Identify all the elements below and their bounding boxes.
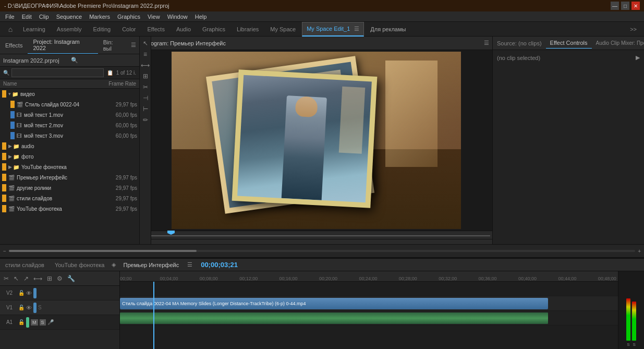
workspace-more-button[interactable]: >> <box>627 26 640 32</box>
menu-sequence[interactable]: Sequence <box>53 13 86 21</box>
folder-arrow-icon: ▶ <box>8 154 12 159</box>
project-list-icon[interactable]: 📋 <box>106 69 114 77</box>
workspace-tab-learning[interactable]: Learning <box>18 22 51 37</box>
ruler-mark: 00;04;00 <box>160 276 178 281</box>
workspace-tab-graphics[interactable]: Graphics <box>197 22 230 37</box>
home-icon[interactable]: ⌂ <box>4 23 17 35</box>
selection-tool[interactable]: ↖ <box>12 274 20 283</box>
track-source-v1[interactable]: S <box>38 305 42 310</box>
slide-tool[interactable]: ⊢ <box>141 104 150 114</box>
tab-effects[interactable]: Effects <box>0 40 28 51</box>
tab-audio-mixer[interactable]: Audio Clip Mixer: Премьер Интерфе... <box>592 38 644 48</box>
track-color-a1 <box>26 317 29 328</box>
list-item[interactable]: 🎬 Стиль слайда 0022-04 29,97 fps <box>0 99 139 110</box>
expand-arrow-icon[interactable]: ▶ <box>636 54 640 61</box>
arrow-tool[interactable]: ↖ <box>141 39 150 48</box>
workspace-tab-color[interactable]: Color <box>117 22 141 37</box>
rate-stretch[interactable]: ⊞ <box>141 71 150 81</box>
slip-tool[interactable]: ⊣ <box>141 93 150 103</box>
menu-help[interactable]: Help <box>192 13 210 21</box>
lock-icon-a1[interactable]: 🔓 <box>18 319 25 325</box>
timeline-timecode: 00;00;03;21 <box>196 261 243 269</box>
menu-edit[interactable]: Edit <box>19 13 35 21</box>
tab-project[interactable]: Project: Instagram 2022 <box>28 37 98 54</box>
timeline-tab-premier[interactable]: Премьер Интерфейс <box>118 260 184 270</box>
track-a1-content[interactable] <box>120 311 618 326</box>
menu-window[interactable]: Window <box>164 13 191 21</box>
settings-tool[interactable]: ⚙ <box>55 274 64 283</box>
mute-button-a1[interactable]: M <box>31 319 38 326</box>
zoom-in-icon[interactable]: + <box>637 247 642 255</box>
list-item[interactable]: 🎞 мой текст 2.mov 60,00 fps <box>0 120 139 130</box>
razor-tool[interactable]: ✂ <box>2 274 10 283</box>
list-item[interactable]: 🎬 стили слайдов 29,97 fps <box>0 193 139 203</box>
track-v2-content[interactable] <box>120 282 618 296</box>
list-item[interactable]: ▾ 📁 видео <box>0 89 139 99</box>
track-select-fwd[interactable]: ≡ <box>141 50 150 59</box>
menu-file[interactable]: File <box>2 13 18 21</box>
tab-effect-controls[interactable]: Effect Controls <box>546 38 592 49</box>
workspace-tab-active[interactable]: My Space Edit_1 ☰ <box>302 22 364 37</box>
list-item[interactable]: 🎬 YouTube фонотека 29,97 fps <box>0 203 139 214</box>
menu-clip[interactable]: Clip <box>36 13 52 21</box>
list-item[interactable]: 🎞 мой текст 1.mov 60,00 fps <box>0 110 139 120</box>
timeline-section: стили слайдов YouTube фонотека ◈ Премьер… <box>0 258 644 349</box>
panel-menu-icon[interactable]: ☰ <box>128 40 139 51</box>
list-item[interactable]: ▶ 📁 YouTube фонотека <box>0 162 139 172</box>
minimize-button[interactable]: — <box>611 2 619 10</box>
workspace-tab-promo[interactable]: Для рекламы <box>365 22 411 37</box>
list-item[interactable]: 🎬 Премьер Интерфейс 29,97 fps <box>0 172 139 183</box>
timeline-tab-styli[interactable]: стили слайдов <box>0 260 50 270</box>
wrench-tool[interactable]: 🔧 <box>66 274 77 283</box>
list-item[interactable]: ▶ 📁 audio <box>0 141 139 151</box>
audio-clip[interactable] <box>120 312 548 324</box>
zoom-out-icon[interactable]: − <box>2 247 7 255</box>
menu-graphics[interactable]: Graphics <box>114 13 143 21</box>
timeline-ruler[interactable]: 00;00 00;04;00 00;08;00 00;12;00 00;16;0… <box>120 271 618 282</box>
solo-button-a1[interactable]: S <box>40 319 46 326</box>
ruler-mark: 00;40;00 <box>518 276 537 281</box>
eye-icon-v1[interactable]: 👁 <box>26 305 32 311</box>
lock-icon-v1[interactable]: 🔓 <box>18 305 25 310</box>
timeline-playhead[interactable] <box>153 282 154 349</box>
workspace-tab-audio[interactable]: Audio <box>171 22 196 37</box>
timeline-content-area: 00;00 00;04;00 00;08;00 00;12;00 00;16;0… <box>120 271 618 349</box>
razor-tool[interactable]: ✂ <box>141 82 150 92</box>
list-item[interactable]: 🎬 другие ролики 29,97 fps <box>0 183 139 193</box>
track-v1-content[interactable]: Стиль слайда 0022-04 MA Memory Slides (L… <box>120 296 618 311</box>
workspace-tab-editing[interactable]: Editing <box>88 22 116 37</box>
eye-icon-v2[interactable]: 👁 <box>26 290 32 296</box>
folder-icon: 📁 <box>13 143 19 149</box>
maximize-button[interactable]: □ <box>621 2 629 10</box>
workspace-tab-effects[interactable]: Effects <box>142 22 169 37</box>
monitor-timeline-ruler[interactable] <box>140 231 492 239</box>
menu-markers[interactable]: Markers <box>86 13 113 21</box>
lock-icon-v2[interactable]: 🔓 <box>18 290 25 296</box>
track-select-tool[interactable]: ↗ <box>22 274 30 283</box>
timeline-tab-youtube[interactable]: YouTube фонотека <box>50 260 110 270</box>
ripple-tool[interactable]: ⟷ <box>32 274 44 283</box>
folder-arrow-icon: ▾ <box>8 91 11 97</box>
close-button[interactable]: ✕ <box>631 2 640 10</box>
workspace-tab-assembly[interactable]: Assembly <box>52 22 87 37</box>
workspace-tab-myspace[interactable]: My Space <box>265 22 301 37</box>
tab-program[interactable]: Program: Премьер Интерфейс <box>140 38 231 49</box>
zoom-slider[interactable] <box>9 250 635 252</box>
video-clip[interactable]: Стиль слайда 0022-04 MA Memory Slides (L… <box>120 298 548 309</box>
pen-tool[interactable]: ✏ <box>141 115 150 125</box>
voice-icon-a1[interactable]: 🎤 <box>47 319 54 325</box>
rate-stretch-tool[interactable]: ⊞ <box>45 274 54 283</box>
timeline-tab-menu[interactable]: ☰ <box>184 260 196 270</box>
search-input[interactable] <box>11 68 104 77</box>
list-item[interactable]: ▶ 📁 фото <box>0 151 139 162</box>
workspace-tab-libraries[interactable]: Libraries <box>232 22 264 37</box>
playhead-marker[interactable] <box>167 231 175 239</box>
ripple-edit[interactable]: ⟷ <box>141 61 150 70</box>
list-item[interactable]: 🎞 мой текст 3.mov 60,00 fps <box>0 130 139 141</box>
project-search-icon[interactable]: 🔍 <box>70 56 137 65</box>
left-panel-tabs: Effects Project: Instagram 2022 Bin: выl… <box>0 37 139 54</box>
tab-source[interactable]: Source: (no clips) <box>493 38 546 49</box>
program-panel-menu[interactable]: ☰ <box>481 38 492 49</box>
menu-view[interactable]: View <box>144 13 163 21</box>
tab-bin[interactable]: Bin: выl <box>98 37 128 54</box>
